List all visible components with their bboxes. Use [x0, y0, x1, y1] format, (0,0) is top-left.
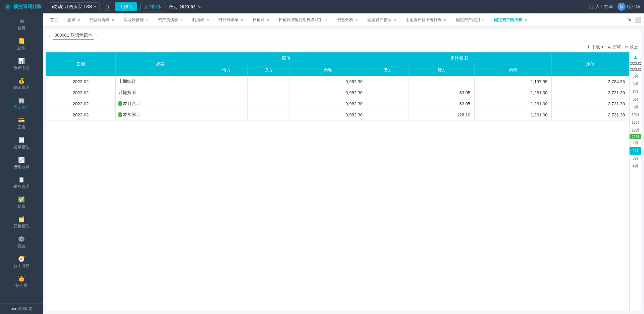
- toolbar-row: ⬇ 下载 ▾ 🖨 打印 ↻ 刷新: [46, 42, 641, 52]
- panel-month-12[interactable]: 12月: [630, 126, 641, 134]
- tab-profit[interactable]: 利润表 ✕: [188, 15, 213, 25]
- tab-fixed-category[interactable]: 固定资产类别 ✕: [451, 15, 489, 25]
- col-accum-debit: 借方: [367, 64, 409, 76]
- copy-button[interactable]: ⊞: [103, 3, 111, 11]
- tab-journal-close[interactable]: ✕: [267, 18, 269, 22]
- sidebar-label-guide: 新手引导: [13, 263, 30, 269]
- breadcrumb-row: ‹ 000001 联想笔记本 ›: [46, 30, 641, 42]
- tab-balance-close[interactable]: ✕: [180, 18, 183, 22]
- old-version-button[interactable]: 切到旧版: [141, 2, 165, 11]
- pin-toggle[interactable]: ◀◀ 取消固定: [0, 303, 43, 314]
- sidebar-item-archive[interactable]: 🗂️ 归档管理: [0, 213, 43, 232]
- panel-up-icon[interactable]: ▲: [633, 54, 639, 60]
- close-all-tabs-icon[interactable]: ✕: [628, 17, 632, 23]
- user-service-button[interactable]: 🎧 人工客询: [589, 4, 613, 10]
- settings-icon: ⚙️: [18, 236, 25, 242]
- sidebar-item-settings[interactable]: ⚙️ 设置: [0, 232, 43, 252]
- panel-month-4[interactable]: 4月: [630, 162, 641, 170]
- tab-receivable[interactable]: 应收账龄表 ✕: [119, 15, 153, 25]
- sidebar-item-guide[interactable]: 🧭 新手引导: [0, 252, 43, 272]
- tab-capital-analysis-close[interactable]: ✕: [355, 18, 358, 22]
- company-selector[interactable]: (勿动) 江西服宝-LSS ▼: [49, 2, 100, 11]
- tab-fixed-mgmt-close[interactable]: ✕: [393, 18, 396, 22]
- period-value: 2023-02: [179, 4, 196, 9]
- user-profile-button[interactable]: 徐 徐泾华: [618, 3, 640, 11]
- panel-month-6[interactable]: 6月: [630, 80, 641, 88]
- panel-month-10[interactable]: 10月: [630, 111, 641, 119]
- tab-fixed-mgmt[interactable]: 固定资产管理 ✕: [363, 15, 400, 25]
- tab-reconcile[interactable]: 日记账与银行对账单核对 ✕: [274, 15, 332, 25]
- tab-capital-analysis-label: 资金分析: [337, 17, 353, 23]
- refresh-label: 刷新: [630, 44, 639, 50]
- tab-fixed-detail-close[interactable]: ✕: [524, 18, 527, 22]
- row-tag: [118, 112, 122, 117]
- panel-circle-empty: ○: [630, 170, 641, 177]
- table-row[interactable]: 2023-02本年累计3,982.30126.101,261.002,721.3…: [46, 109, 629, 120]
- sidebar-item-home[interactable]: ⊞ 首页: [0, 15, 43, 35]
- tab-depreciation-stats-close[interactable]: ✕: [444, 18, 446, 22]
- sidebar-label-invoice: 发票管理: [13, 144, 30, 150]
- sidebar-item-tax[interactable]: 📋 税务管理: [0, 173, 43, 193]
- panel-month-11[interactable]: 11月: [630, 119, 641, 126]
- panel-month-7[interactable]: 7月: [630, 88, 641, 96]
- panel-month-1[interactable]: 1月: [630, 139, 641, 147]
- tab-capital-analysis[interactable]: 资金分析 ✕: [333, 15, 362, 25]
- panel-month-2-active[interactable]: 2月: [630, 147, 641, 155]
- sidebar-item-ledger[interactable]: 📒 总账: [0, 35, 43, 54]
- panel-month-9[interactable]: 9月: [630, 103, 641, 111]
- sidebar-item-sales[interactable]: 📈 进销台账: [0, 153, 43, 173]
- sidebar-item-capital[interactable]: 💰 资金管理: [0, 74, 43, 94]
- panel-month-5[interactable]: 5月: [630, 72, 641, 80]
- sidebar-item-invoice[interactable]: 🧾 发票管理: [0, 134, 43, 153]
- report-icon: 📊: [18, 58, 25, 64]
- tab-bar: 首页 总账 ✕ 经营状况表 ✕ 应收账龄表 ✕ 资产负债表 ✕: [43, 13, 644, 27]
- sidebar-item-settle[interactable]: ✅ 结账: [0, 193, 43, 213]
- tab-fixed-detail[interactable]: 固定资产明细账 ✕: [490, 15, 531, 25]
- panel-date-top[interactable]: 2023.02: [629, 60, 641, 66]
- tab-profit-close[interactable]: ✕: [206, 18, 209, 22]
- sidebar-item-report[interactable]: 📊 报表中心: [0, 54, 43, 74]
- sidebar-item-payroll[interactable]: 💳 工资: [0, 114, 43, 134]
- pin-icon: ◀◀: [11, 307, 16, 311]
- tab-bar-controls: ✕ ⬜: [628, 17, 641, 23]
- tab-reconcile-close[interactable]: ✕: [325, 18, 328, 22]
- panel-month-3[interactable]: 3月: [630, 155, 641, 162]
- sidebar-label-settings: 设置: [17, 243, 25, 249]
- sidebar-label-tax: 税务管理: [13, 184, 30, 190]
- tab-bank-close[interactable]: ✕: [240, 18, 243, 22]
- table-row[interactable]: 2023-02上期结转3,982.301,197.952,784.35: [46, 76, 629, 87]
- panel-month-8[interactable]: 8月: [630, 96, 641, 103]
- sales-icon: 📈: [18, 157, 25, 163]
- tab-operations[interactable]: 经营状况表 ✕: [85, 15, 119, 25]
- panel-date-label2[interactable]: 2023.02: [629, 66, 641, 72]
- tab-journal[interactable]: 日记账 ✕: [248, 15, 274, 25]
- tab-depreciation-stats[interactable]: 固定资产折旧统计表 ✕: [401, 15, 451, 25]
- tab-home[interactable]: 首页: [46, 15, 62, 25]
- workbench-button[interactable]: 工作台: [115, 2, 137, 11]
- tab-operations-close[interactable]: ✕: [112, 18, 114, 22]
- app-title: 畅捷通易代账: [13, 4, 42, 10]
- edit-period-icon[interactable]: ✎: [198, 4, 201, 9]
- maximize-icon[interactable]: ⬜: [635, 17, 641, 23]
- print-button[interactable]: 🖨 打印: [607, 44, 622, 50]
- tab-ledger-label: 总账: [67, 17, 75, 23]
- breadcrumb-prev-button[interactable]: ‹: [48, 32, 51, 39]
- refresh-icon: ↻: [625, 45, 629, 50]
- tab-ledger-close[interactable]: ✕: [77, 18, 80, 22]
- refresh-button[interactable]: ↻ 刷新: [625, 44, 639, 50]
- breadcrumb-next-button[interactable]: ›: [96, 32, 99, 39]
- sidebar-label-ledger: 总账: [17, 45, 25, 51]
- tab-bank[interactable]: 银行对账单 ✕: [214, 15, 248, 25]
- table-row[interactable]: 2023-02计提折旧3,982.3063.051,261.002,721.30: [46, 87, 629, 98]
- row-tag: [118, 101, 122, 106]
- sidebar-item-member[interactable]: 👑 畅会员: [0, 272, 43, 292]
- tab-receivable-close[interactable]: ✕: [146, 18, 149, 22]
- tab-balance[interactable]: 资产负债表 ✕: [154, 15, 187, 25]
- download-button[interactable]: ⬇ 下载 ▾: [586, 44, 604, 50]
- sidebar-item-fixed-assets[interactable]: 🏢 固定资产: [0, 94, 43, 114]
- tab-ledger[interactable]: 总账 ✕: [63, 15, 85, 25]
- member-icon: 👑: [18, 275, 25, 282]
- tab-journal-label: 日记账: [253, 17, 265, 23]
- tab-fixed-category-close[interactable]: ✕: [482, 18, 485, 22]
- table-row[interactable]: 2023-02本月合计3,982.3063.051,261.002,721.30: [46, 98, 629, 109]
